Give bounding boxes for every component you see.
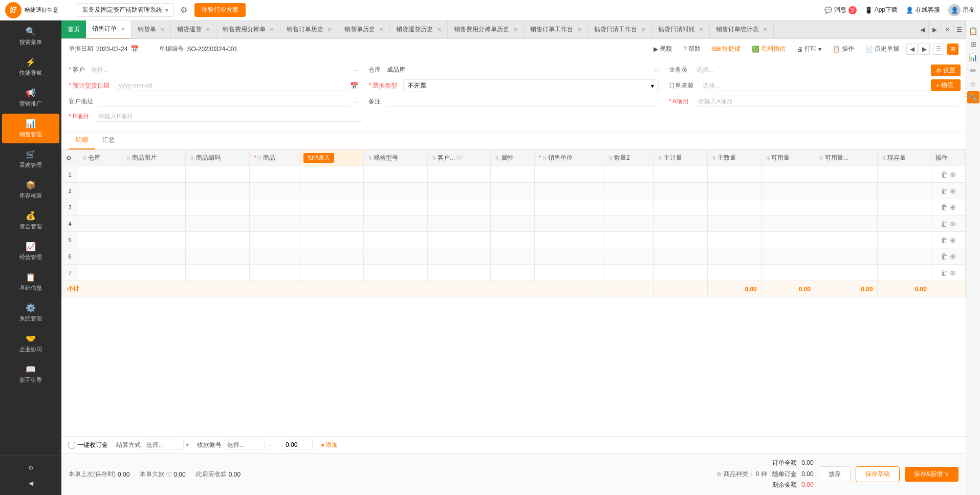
row-delete-btn-4[interactable]: 🗑: [941, 220, 948, 228]
cell-spec-3[interactable]: [363, 199, 427, 216]
tab-sales_fee_split[interactable]: 销售费用分摊单✕: [216, 20, 280, 39]
tab-close-sales_order_workbench[interactable]: ✕: [577, 27, 581, 32]
tab-sales_sheet[interactable]: 销货单✕: [132, 20, 171, 39]
cell-customer-code-5[interactable]: [427, 232, 491, 248]
cell-customer-code-6[interactable]: [427, 248, 491, 265]
delivery-date-input[interactable]: [116, 80, 350, 91]
row-delete-btn-6[interactable]: 🗑: [941, 252, 948, 261]
account-more-icon[interactable]: ···: [269, 441, 274, 448]
tab-sales_order_stats[interactable]: 销售订单统计表✕: [710, 20, 774, 39]
preview-btn[interactable]: ▶ 视频: [649, 43, 676, 55]
cell-main-qty-6[interactable]: [707, 248, 761, 265]
tab-sales_return[interactable]: 销货退货✕: [171, 20, 216, 39]
tab-home[interactable]: 首页: [61, 20, 86, 39]
scan-btn[interactable]: 扫码录入: [303, 153, 334, 163]
discard-button[interactable]: 放弃: [819, 466, 851, 482]
row-delete-btn-7[interactable]: 🗑: [941, 269, 948, 277]
row-delete-btn-3[interactable]: 🗑: [941, 203, 948, 211]
cell-attribute-2[interactable]: [491, 183, 535, 199]
sidebar-item-inventory[interactable]: 📦 库存核算: [2, 175, 59, 205]
tab-close-credit_daily_reconcile[interactable]: ✕: [699, 27, 703, 32]
payment-method-input[interactable]: [143, 440, 184, 450]
tab-close-sales_fee_split_history[interactable]: ✕: [513, 27, 517, 32]
cell-attribute-3[interactable]: [491, 199, 535, 216]
sidebar-item-finance[interactable]: 💰 资金管理: [2, 206, 59, 235]
cell-main-qty-1[interactable]: [707, 166, 761, 183]
grid-view-btn[interactable]: ⊞: [947, 44, 959, 55]
col-settings[interactable]: ⚙: [62, 150, 78, 166]
row-copy-btn-1[interactable]: ⊕: [950, 170, 956, 179]
cell-attribute-6[interactable]: [491, 248, 535, 265]
a-project-input[interactable]: [695, 96, 959, 107]
cell-spec-4[interactable]: [363, 216, 427, 232]
cell-warehouse-5[interactable]: [78, 232, 122, 248]
tab-close-sales_order_stats[interactable]: ✕: [763, 27, 767, 32]
row-copy-btn-3[interactable]: ⊕: [950, 203, 956, 211]
row-copy-btn-2[interactable]: ⊕: [950, 187, 956, 195]
print-btn[interactable]: 🖨 打印 ▾: [793, 43, 825, 55]
sidebar-collapse-btn[interactable]: ◀: [0, 476, 61, 491]
tab-close-sales_sheet[interactable]: ✕: [160, 27, 164, 32]
cell-warehouse-1[interactable]: [78, 166, 122, 183]
cell-unit-7[interactable]: [535, 265, 604, 281]
shortcut-btn[interactable]: ⌨ 快捷键: [708, 43, 745, 55]
row-copy-btn-5[interactable]: ⊕: [950, 236, 956, 244]
save-draft-button[interactable]: 保存草稿: [856, 466, 900, 482]
cell-qty2-6[interactable]: [604, 248, 654, 265]
sidebar-item-sales[interactable]: 📊 销售管理: [2, 114, 59, 143]
cell-qty2-5[interactable]: [604, 232, 654, 248]
operate-btn[interactable]: 📋 操作: [829, 43, 858, 55]
row-delete-btn-1[interactable]: 🗑: [941, 170, 948, 179]
cell-main-qty-3[interactable]: [707, 199, 761, 216]
float-goods-btn[interactable]: + 物流: [931, 79, 961, 91]
cell-warehouse-2[interactable]: [78, 183, 122, 199]
order-source-input[interactable]: [700, 80, 955, 91]
tab-close-sales_return_history[interactable]: ✕: [437, 27, 441, 32]
warehouse-more-icon[interactable]: ···: [654, 67, 659, 74]
add-payment-btn[interactable]: ● 添加: [321, 441, 338, 449]
user-menu[interactable]: 👤 用友: [948, 4, 975, 16]
b-project-input[interactable]: [95, 111, 362, 122]
cell-warehouse-4[interactable]: [78, 216, 122, 232]
customer-more-icon[interactable]: ···: [353, 67, 358, 74]
tab-next-btn[interactable]: ▶: [929, 20, 941, 39]
profit-btn[interactable]: 💹 毛利预估: [748, 43, 790, 55]
tab-prev-btn[interactable]: ◀: [917, 20, 929, 39]
tab-close-sales_fee_split[interactable]: ✕: [270, 27, 274, 32]
payment-amount-input[interactable]: [282, 440, 313, 450]
cell-attribute-7[interactable]: [491, 265, 535, 281]
sidebar-bottom-settings[interactable]: ⚙: [0, 460, 61, 476]
right-panel-icon-3[interactable]: 📊: [967, 51, 979, 63]
sidebar-item-purchase[interactable]: 🛒 采购管理: [2, 144, 59, 174]
row-copy-btn-7[interactable]: ⊕: [950, 269, 956, 277]
cell-main-qty-2[interactable]: [707, 183, 761, 199]
cell-product-code-1[interactable]: [186, 166, 250, 183]
row-delete-btn-2[interactable]: 🗑: [941, 187, 948, 195]
invoice-type-select[interactable]: 不开票 ▾: [403, 79, 658, 92]
cell-warehouse-3[interactable]: [78, 199, 122, 216]
cell-spec-7[interactable]: [363, 265, 427, 281]
cell-warehouse-7[interactable]: [78, 265, 122, 281]
cell-product-code-7[interactable]: [186, 265, 250, 281]
save-new-button[interactable]: 保存&新增 ∨: [905, 467, 959, 482]
tab-sales_fee_split_history[interactable]: 销售费用分摊单历史✕: [448, 20, 524, 39]
settings-icon-btn[interactable]: ⚙: [178, 3, 189, 17]
tab-close-sales_return[interactable]: ✕: [206, 27, 210, 32]
app-download-btn[interactable]: 📱 App下载: [865, 6, 898, 14]
tab-summary[interactable]: 汇总: [95, 132, 122, 149]
cell-qty2-3[interactable]: [604, 199, 654, 216]
cell-attribute-1[interactable]: [491, 166, 535, 183]
row-copy-btn-4[interactable]: ⊕: [950, 220, 956, 228]
sidebar-item-operations[interactable]: 📈 经营管理: [2, 236, 59, 266]
tab-menu-btn[interactable]: ☰: [953, 20, 966, 39]
right-panel-icon-6[interactable]: 🔧: [967, 91, 979, 103]
history-btn[interactable]: 📄 历史单据: [861, 43, 903, 55]
tab-close-sales_order[interactable]: ✕: [121, 26, 125, 32]
right-panel-icon-1[interactable]: 📋: [967, 25, 979, 37]
cell-attribute-4[interactable]: [491, 216, 535, 232]
sidebar-item-search[interactable]: 🔍 搜索菜单: [2, 21, 59, 51]
cell-product-name-3[interactable]: [250, 199, 299, 216]
cell-main-qty-5[interactable]: [707, 232, 761, 248]
cell-spec-5[interactable]: [363, 232, 427, 248]
account-input[interactable]: [224, 440, 265, 450]
